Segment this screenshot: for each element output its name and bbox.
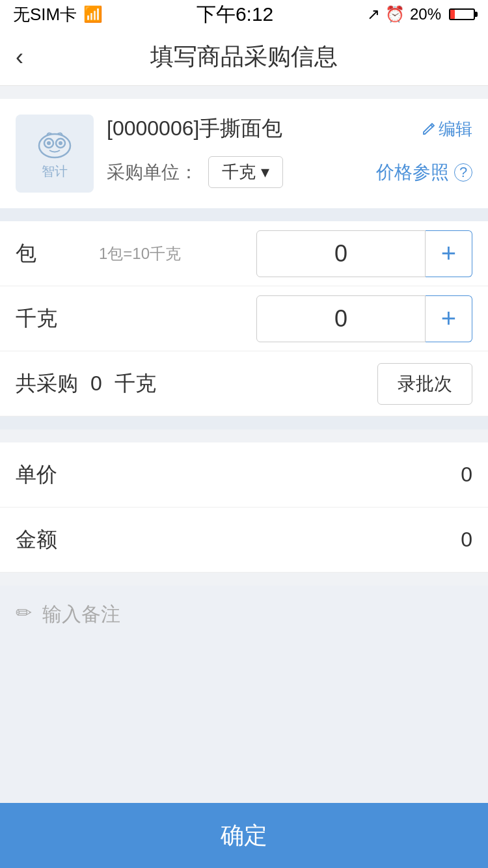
svg-point-4: [59, 141, 62, 145]
bag-label: 包: [16, 239, 94, 268]
battery-percent: 20%: [410, 5, 441, 23]
alarm-icon: ⏰: [385, 5, 405, 23]
product-image: 智计: [16, 115, 94, 193]
price-ref-button[interactable]: 价格参照 ?: [376, 160, 472, 185]
wifi-icon: 📶: [83, 5, 103, 23]
bag-quantity-input[interactable]: [256, 230, 426, 277]
notes-section[interactable]: ✏ 输入备注: [0, 586, 488, 716]
notes-placeholder: 输入备注: [42, 601, 120, 628]
kg-input-control: +: [256, 295, 472, 342]
battery-fill: [450, 10, 455, 19]
location-icon: ↗: [367, 5, 380, 23]
section-divider-2: [0, 416, 488, 429]
unit-select[interactable]: 千克 ▾: [208, 156, 283, 188]
carrier-label: 无SIM卡: [13, 3, 77, 26]
product-name-row: [0000006]手撕面包 编辑: [107, 115, 472, 143]
status-time: 下午6:12: [197, 1, 273, 28]
amount-label: 金额: [16, 526, 57, 554]
section-divider-1: [0, 208, 488, 221]
bag-plus-button[interactable]: +: [426, 230, 472, 277]
purchase-unit-row: 采购单位： 千克 ▾ 价格参照 ?: [107, 156, 472, 188]
batch-button[interactable]: 录批次: [377, 363, 472, 405]
confirm-button[interactable]: 确定: [0, 803, 488, 868]
price-ref-label: 价格参照: [376, 160, 449, 185]
unit-price-value: 0: [461, 463, 472, 487]
price-ref-icon: ?: [454, 163, 472, 182]
purchase-unit-label: 采购单位：: [107, 160, 198, 185]
unit-value: 千克: [222, 161, 256, 183]
back-button[interactable]: ‹: [16, 44, 23, 71]
svg-point-0: [39, 134, 70, 157]
nav-bar: ‹ 填写商品采购信息: [0, 29, 488, 86]
unit-price-label: 单价: [16, 461, 57, 489]
kg-input-row: 千克 +: [0, 286, 488, 351]
product-full-name: [0000006]手撕面包: [107, 115, 282, 143]
bag-input-row: 包 1包=10千克 +: [0, 221, 488, 286]
pencil-icon: ✏: [16, 601, 32, 624]
product-card: 智计 [0000006]手撕面包 编辑 采购单位： 千克 ▾ 价格参照 ?: [0, 99, 488, 208]
unit-price-row: 单价 0: [0, 442, 488, 508]
product-placeholder: 智计: [35, 128, 74, 180]
dropdown-icon: ▾: [261, 162, 269, 182]
owl-logo-icon: [35, 128, 74, 160]
summary-label: 共采购 0 千克: [16, 370, 156, 398]
status-left: 无SIM卡 📶: [13, 3, 103, 26]
amount-row: 金额 0: [0, 508, 488, 573]
kg-quantity-input[interactable]: [256, 295, 426, 342]
logo-text: 智计: [42, 163, 68, 180]
page-title: 填写商品采购信息: [150, 41, 338, 73]
kg-label: 千克: [16, 305, 94, 333]
quantity-section: 包 1包=10千克 + 千克 + 共采购 0 千克 录批次: [0, 221, 488, 416]
product-info: [0000006]手撕面包 编辑 采购单位： 千克 ▾ 价格参照 ?: [107, 115, 472, 188]
kg-plus-button[interactable]: +: [426, 295, 472, 342]
edit-button[interactable]: 编辑: [422, 118, 472, 141]
summary-row: 共采购 0 千克 录批次: [0, 351, 488, 416]
edit-icon: [422, 122, 436, 136]
amount-value: 0: [461, 528, 472, 552]
bag-input-control: +: [256, 230, 472, 277]
price-section: 单价 0 金额 0: [0, 442, 488, 573]
status-bar: 无SIM卡 📶 下午6:12 ↗ ⏰ 20%: [0, 0, 488, 29]
svg-point-3: [47, 141, 51, 145]
status-right: ↗ ⏰ 20%: [367, 5, 475, 23]
bag-sub-label: 1包=10千克: [99, 243, 181, 264]
battery-icon: [449, 8, 475, 20]
